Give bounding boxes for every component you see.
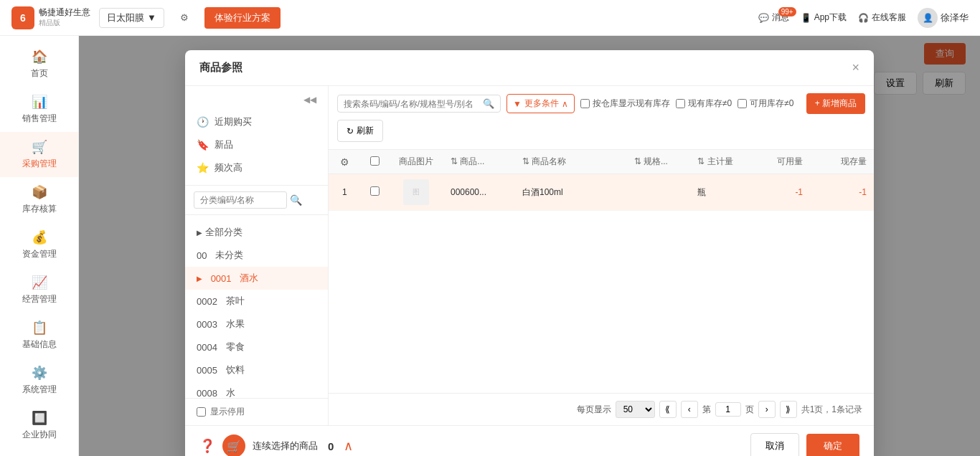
refresh-btn[interactable]: ↻ 刷新 xyxy=(337,120,383,142)
show-disabled-area: 显示停用 xyxy=(185,398,328,425)
logo: 6 畅捷通好生意 精品版 xyxy=(11,6,90,29)
search-toolbar: 🔍 ▼ 更多条件 ∧ 按仓库显示现有库存 xyxy=(329,86,874,150)
online-service-btn[interactable]: 🎧 在线客服 xyxy=(858,11,906,24)
modal-footer: ❓ 🛒 连续选择的商品 0 ∧ 取消 确定 xyxy=(185,425,874,456)
row-spec xyxy=(627,174,691,211)
home-icon: 🏠 xyxy=(32,49,47,65)
filter-icon: ▼ xyxy=(513,99,522,109)
per-page-select[interactable]: 50 10 20 100 xyxy=(616,401,655,418)
category-search-icon[interactable]: 🔍 xyxy=(290,194,302,206)
row-name: 白酒100ml xyxy=(515,174,627,211)
col-avail-header: 可用量 xyxy=(746,150,810,174)
cart-icon[interactable]: 🛒 xyxy=(222,434,245,456)
sidebar-item-cooperation[interactable]: 🔲 企业协同 xyxy=(0,403,78,448)
warehouse-stock-checkbox[interactable] xyxy=(580,99,590,108)
category-0003[interactable]: 0003 水果 xyxy=(185,313,328,336)
show-disabled-label[interactable]: 显示停用 xyxy=(210,406,245,418)
sidebar-item-inventory[interactable]: 📦 库存核算 xyxy=(0,177,78,222)
warehouse-stock-filter[interactable]: 按仓库显示现有库存 xyxy=(580,98,670,110)
last-page-btn[interactable]: ⟫ xyxy=(780,401,797,418)
sidebar-item-purchase[interactable]: 🛒 采购管理 xyxy=(0,132,78,177)
logo-sub: 精品版 xyxy=(39,18,90,28)
category-all[interactable]: ▶ 全部分类 xyxy=(185,221,328,244)
sidebar-label-sales: 销售管理 xyxy=(22,113,57,125)
nonzero-stock-filter[interactable]: 现有库存≠0 xyxy=(676,98,732,110)
experience-btn[interactable]: 体验行业方案 xyxy=(204,7,281,29)
sidebar-item-sales[interactable]: 📊 销售管理 xyxy=(0,87,78,132)
app-download-btn[interactable]: 📱 App下载 xyxy=(801,11,847,24)
col-spec-header[interactable]: ⇅ 规格... xyxy=(627,150,691,174)
sidebar-label-finance: 资金管理 xyxy=(22,248,57,260)
prev-page-btn[interactable]: ‹ xyxy=(681,401,698,418)
sidebar-label-system: 系统管理 xyxy=(22,384,57,396)
more-filter-btn[interactable]: ▼ 更多条件 ∧ xyxy=(507,94,575,113)
collapse-cart-icon[interactable]: ∧ xyxy=(344,438,353,454)
category-0005[interactable]: 0005 饮料 xyxy=(185,358,328,381)
refresh-icon: ↻ xyxy=(347,126,354,136)
category-00[interactable]: 00 未分类 xyxy=(185,244,328,267)
category-search-input[interactable] xyxy=(194,191,287,209)
sidebar-label-purchase: 采购管理 xyxy=(22,158,57,170)
category-search-bar: 🔍 xyxy=(185,186,328,215)
frequent-item[interactable]: ⭐ 频次高 xyxy=(185,156,328,179)
recent-purchase-item[interactable]: 🕐 近期购买 xyxy=(185,110,328,133)
sidebar-item-home[interactable]: 🏠 首页 xyxy=(0,42,78,87)
modal-body: ◀◀ 🕐 近期购买 🔖 新品 ⭐ xyxy=(185,86,874,425)
select-all-checkbox[interactable] xyxy=(370,156,380,166)
product-table-wrapper: ⚙ 商品图片 xyxy=(329,150,874,393)
available-stock-filter[interactable]: 可用库存≠0 xyxy=(738,98,793,110)
table-row[interactable]: 1 图 000 xyxy=(329,174,874,211)
logo-text: 畅捷通好生意 xyxy=(39,7,90,19)
sort-spec-icon: ⇅ xyxy=(634,156,641,166)
settings-col-icon[interactable]: ⚙ xyxy=(340,156,349,168)
nav-dropdown[interactable]: 日太阳膜 ▼ xyxy=(99,8,164,28)
top-nav: 6 畅捷通好生意 精品版 日太阳膜 ▼ ⚙ 体验行业方案 💬 消息 99+ 📱 … xyxy=(0,0,980,36)
category-0008[interactable]: 0008 水 xyxy=(185,381,328,398)
col-stock-header: 现存量 xyxy=(810,150,874,174)
cancel-btn[interactable]: 取消 xyxy=(750,433,799,456)
right-panel: 🔍 ▼ 更多条件 ∧ 按仓库显示现有库存 xyxy=(329,86,874,425)
category-0001[interactable]: ▶ 0001 酒水 xyxy=(185,267,328,290)
product-search-input[interactable] xyxy=(344,99,480,109)
page-number-input[interactable] xyxy=(715,402,741,417)
row-checkbox[interactable] xyxy=(370,186,380,196)
col-name-header[interactable]: ⇅ 商品名称 xyxy=(515,150,627,174)
sidebar-item-basic[interactable]: 📋 基础信息 xyxy=(0,313,78,358)
category-0004[interactable]: 0004 零食 xyxy=(185,336,328,358)
page-suffix: 页 xyxy=(745,404,754,416)
col-unit-header[interactable]: ⇅ 主计量 xyxy=(690,150,746,174)
sidebar-label-basic: 基础信息 xyxy=(22,338,57,351)
confirm-btn[interactable]: 确定 xyxy=(806,434,859,456)
show-disabled-checkbox[interactable] xyxy=(197,407,206,417)
quick-access: ◀◀ 🕐 近期购买 🔖 新品 ⭐ xyxy=(185,86,328,186)
sidebar-item-finance[interactable]: 💰 资金管理 xyxy=(0,222,78,267)
new-product-item[interactable]: 🔖 新品 xyxy=(185,133,328,156)
sidebar-item-guide[interactable]: 🔔 新手引导 xyxy=(0,448,78,456)
sidebar-item-operation[interactable]: 📈 经营管理 xyxy=(0,267,78,313)
gear-icon[interactable]: ⚙ xyxy=(173,6,196,29)
category-0002[interactable]: 0002 茶叶 xyxy=(185,290,328,313)
modal-title: 商品参照 xyxy=(199,61,242,75)
nonzero-stock-checkbox[interactable] xyxy=(676,99,685,108)
cat-arrow-icon: ▶ xyxy=(197,275,202,282)
row-unit: 瓶 xyxy=(690,174,746,211)
message-btn[interactable]: 💬 消息 99+ xyxy=(758,11,789,24)
add-product-btn[interactable]: + 新增商品 xyxy=(806,93,865,114)
next-page-btn[interactable]: › xyxy=(758,401,776,418)
modal-header: 商品参照 × xyxy=(185,50,874,86)
user-menu[interactable]: 👤 徐泽华 xyxy=(918,8,969,28)
col-code-header[interactable]: ⇅ 商品... xyxy=(443,150,515,174)
row-img: 图 xyxy=(389,174,443,211)
product-search-icon[interactable]: 🔍 xyxy=(483,98,494,109)
modal-close-btn[interactable]: × xyxy=(852,60,859,75)
cart-count: 0 xyxy=(325,440,336,452)
sidebar-item-system[interactable]: ⚙️ 系统管理 xyxy=(0,358,78,403)
collapse-btn[interactable]: ◀◀ xyxy=(298,92,322,108)
row-code: 000600... xyxy=(443,174,515,211)
first-page-btn[interactable]: ⟪ xyxy=(659,401,677,418)
user-avatar: 👤 xyxy=(918,8,938,28)
sort-icon: ⇅ xyxy=(451,156,458,166)
available-stock-checkbox[interactable] xyxy=(738,99,747,108)
help-icon[interactable]: ❓ xyxy=(199,438,215,454)
finance-icon: 💰 xyxy=(32,229,47,245)
